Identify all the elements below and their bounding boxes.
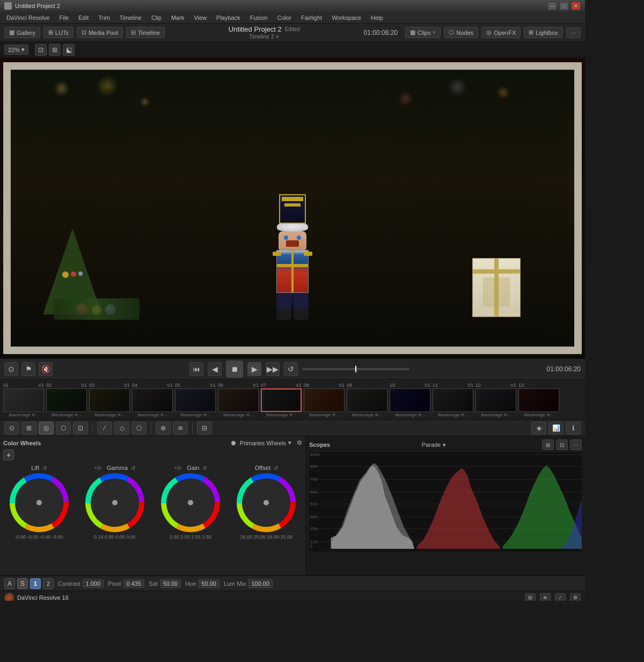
color-wheels-mode[interactable]: Primaries Wheels ▾ ⚙: [240, 439, 302, 446]
contrast-value[interactable]: 1.000: [83, 579, 104, 588]
menu-view[interactable]: View: [189, 13, 211, 22]
viewer-tool-1[interactable]: ⊡: [35, 44, 47, 56]
clip-item-5[interactable]: 06 V1 Blackmagic R...: [217, 383, 260, 417]
scopes-mode[interactable]: Parade ▾: [422, 442, 446, 448]
menu-playback[interactable]: Playback: [212, 13, 245, 22]
flag-button[interactable]: ⚑: [21, 362, 35, 376]
menu-davinci[interactable]: DaVinci Resolve: [2, 13, 54, 22]
color-tool-11[interactable]: ⊟: [197, 422, 212, 435]
nodes-button[interactable]: ⬡ Nodes: [444, 27, 478, 38]
lum-mix-value[interactable]: 100.00: [248, 579, 273, 588]
prev-frame-button[interactable]: ◀: [208, 362, 222, 376]
clip-item-4[interactable]: 05 V1 Blackmagic R...: [174, 383, 217, 417]
scopes-tool-2[interactable]: ⊡: [556, 439, 568, 450]
stop-button[interactable]: ⏹: [226, 361, 243, 378]
color-tool-8[interactable]: ⬠: [131, 422, 147, 435]
sync-button[interactable]: S: [17, 578, 28, 589]
menu-mark[interactable]: Mark: [167, 13, 188, 22]
clip-item-9[interactable]: 10 V1 Blackmagic R...: [389, 383, 431, 417]
clip-item-11[interactable]: 12 V1 Blackmagic R...: [474, 383, 517, 417]
viewer-options-button[interactable]: ⊙: [4, 362, 18, 376]
status-tool-2[interactable]: ≋: [540, 593, 551, 601]
clip-item-7[interactable]: 08 V1 Blackmagic R...: [303, 383, 346, 417]
node-1-button[interactable]: 1: [30, 578, 41, 589]
timeline-name[interactable]: Timeline 3: [249, 34, 274, 40]
next-frame-button[interactable]: ▶▶: [266, 362, 280, 376]
clip-item-12[interactable]: 13 Blackmagic R...: [517, 383, 560, 417]
menu-trim[interactable]: Trim: [94, 13, 114, 22]
menu-color[interactable]: Color: [273, 13, 296, 22]
gamma-reset[interactable]: ↺: [131, 465, 135, 471]
status-tool-4[interactable]: ⚙: [570, 593, 581, 601]
media-pool-button[interactable]: ⊡ Media Pool: [77, 27, 123, 38]
hue-value[interactable]: 50.00: [198, 579, 219, 588]
status-tool-1[interactable]: ⊟: [525, 593, 536, 601]
openfx-button[interactable]: ◎ OpenFX: [481, 27, 521, 38]
zoom-control[interactable]: 22% ▾: [4, 45, 28, 55]
to-start-button[interactable]: ⏮: [189, 362, 203, 376]
clip-item-3[interactable]: 04 V1 Blackmagic R...: [131, 383, 174, 417]
color-tool-5[interactable]: ⊡: [73, 422, 88, 435]
node-2-button[interactable]: 2: [43, 578, 54, 589]
color-tool-2[interactable]: ⊞: [21, 422, 36, 435]
color-tool-7[interactable]: ◇: [114, 422, 129, 435]
clips-dropdown-icon[interactable]: ▾: [433, 29, 436, 36]
color-tool-10[interactable]: ≋: [173, 422, 188, 435]
pivot-value[interactable]: 0.435: [123, 579, 145, 588]
menu-file[interactable]: File: [55, 13, 74, 22]
add-node-button[interactable]: +: [3, 450, 14, 460]
clip-item-6[interactable]: 07 V1 Blackmagic R...: [260, 383, 303, 417]
scopes-tool-1[interactable]: ⊞: [542, 439, 554, 450]
clip-item-2[interactable]: 03 V1 Blackmagic R...: [88, 383, 131, 417]
menu-help[interactable]: Help: [367, 13, 387, 22]
color-tool-3[interactable]: ◎: [39, 422, 54, 435]
lift-color-wheel[interactable]: [10, 473, 69, 532]
scopes-options-2[interactable]: 📊: [548, 422, 564, 435]
lightbox-button[interactable]: ⊞ Lightbox: [524, 27, 563, 38]
gallery-button[interactable]: ▦ Gallery: [4, 27, 40, 38]
audio-button[interactable]: 🔇: [39, 362, 53, 376]
loop-button[interactable]: ↺: [284, 362, 298, 376]
menu-edit[interactable]: Edit: [74, 13, 93, 22]
luts-button[interactable]: ⊞ LUTs: [43, 27, 74, 38]
menu-timeline[interactable]: Timeline: [115, 13, 146, 22]
clip-item-1[interactable]: 02 V1 Blackmagic R...: [45, 383, 88, 417]
clip-item-0[interactable]: 01 V1 Blackmagic R...: [2, 383, 45, 417]
scopes-options-1[interactable]: ◈: [531, 422, 546, 435]
gain-add-icon[interactable]: +◎: [174, 465, 181, 470]
color-tool-9[interactable]: ⊕: [156, 422, 171, 435]
gain-color-wheel[interactable]: [161, 473, 220, 532]
offset-reset[interactable]: ↺: [274, 465, 278, 471]
menu-clip[interactable]: Clip: [147, 13, 166, 22]
gamma-add-icon[interactable]: +◎: [94, 465, 101, 470]
color-tool-6[interactable]: ∕: [97, 422, 112, 435]
sat-value[interactable]: 50.00: [160, 579, 181, 588]
cw-options-icon[interactable]: ⚙: [297, 439, 302, 446]
color-tool-1[interactable]: ⊙: [4, 422, 19, 435]
timeline-scrub[interactable]: [302, 368, 409, 370]
maximize-button[interactable]: □: [559, 2, 569, 10]
timeline-dropdown-icon[interactable]: ▾: [276, 33, 279, 40]
status-tool-3[interactable]: ∕: [555, 593, 566, 601]
clips-button[interactable]: ▦ Clips ▾: [405, 27, 441, 38]
clip-item-10[interactable]: 11 V1 Blackmagic R...: [431, 383, 474, 417]
close-button[interactable]: ✕: [571, 2, 581, 10]
clip-item-8[interactable]: 09 Blackmagic R...: [346, 383, 389, 417]
auto-button[interactable]: A: [4, 578, 15, 589]
window-controls[interactable]: ─ □ ✕: [547, 2, 581, 10]
scopes-dropdown-icon[interactable]: ▾: [443, 442, 446, 448]
more-button[interactable]: ···: [566, 27, 581, 38]
scopes-options-3[interactable]: ℹ: [566, 422, 581, 435]
scopes-tool-3[interactable]: ···: [570, 439, 582, 450]
gamma-color-wheel[interactable]: [85, 473, 144, 532]
gain-reset[interactable]: ↺: [202, 465, 207, 471]
zoom-dropdown-icon[interactable]: ▾: [21, 46, 25, 53]
color-tool-4[interactable]: ⬡: [56, 422, 71, 435]
minimize-button[interactable]: ─: [547, 2, 557, 10]
menu-fusion[interactable]: Fusion: [246, 13, 272, 22]
timeline-button[interactable]: ⊟ Timeline: [126, 27, 165, 38]
viewer-tool-2[interactable]: ⊞: [49, 44, 61, 56]
menu-workspace[interactable]: Workspace: [327, 13, 365, 22]
menu-fairlight[interactable]: Fairlight: [297, 13, 326, 22]
play-button[interactable]: ▶: [247, 362, 261, 376]
